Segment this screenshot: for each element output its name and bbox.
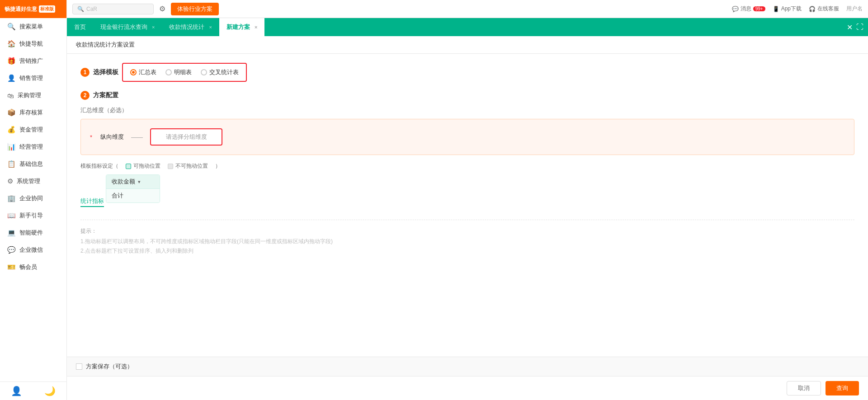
dimension-row-label: 纵向维度 bbox=[100, 133, 124, 141]
required-star: * bbox=[90, 134, 92, 141]
radio-detail-circle bbox=[165, 69, 172, 75]
metrics-title: 统计指标 bbox=[80, 197, 104, 207]
chevron-down-icon: ▾ bbox=[138, 179, 141, 185]
industry-plan-button[interactable]: 体验行业方案 bbox=[171, 3, 219, 15]
member-icon: 🎫 bbox=[7, 263, 16, 271]
sidebar-item-label: 企业微信 bbox=[19, 246, 43, 254]
sidebar-item-label: 资金管理 bbox=[19, 126, 43, 134]
sidebar-item-operation[interactable]: 📊 经营管理 bbox=[0, 138, 66, 155]
window-close-icon[interactable]: ✕ bbox=[847, 23, 853, 32]
guide-icon: 📖 bbox=[7, 212, 16, 220]
sidebar-item-label: 库存核算 bbox=[19, 108, 43, 117]
fixed-legend: 不可拖动位置 bbox=[168, 162, 208, 170]
step1-num: 1 bbox=[80, 68, 90, 77]
sidebar-item-hardware[interactable]: 💻 智能硬件 bbox=[0, 224, 66, 241]
tab-collection-stats[interactable]: 收款情况统计 × bbox=[162, 18, 219, 36]
fixed-legend-dot bbox=[168, 164, 173, 169]
tab-home[interactable]: 首页 bbox=[67, 18, 93, 36]
sidebar-item-inventory[interactable]: 📦 库存核算 bbox=[0, 104, 66, 121]
sidebar-item-sales[interactable]: 👤 销售管理 bbox=[0, 70, 66, 87]
sidebar-item-quick-nav[interactable]: 🏠 快捷导航 bbox=[0, 35, 66, 52]
sidebar-item-finance[interactable]: 💰 资金管理 bbox=[0, 121, 66, 138]
download-label: App下载 bbox=[781, 5, 802, 13]
window-expand-icon[interactable]: ⛶ bbox=[856, 23, 863, 31]
quick-nav-icon: 🏠 bbox=[7, 40, 16, 48]
tips-item-2: 2.点击标题栏下拉可设置排序、插入列和删除列 bbox=[80, 247, 854, 255]
draggable-legend-label: 可拖动位置 bbox=[133, 162, 160, 170]
settings-icon[interactable]: ⚙ bbox=[159, 5, 165, 13]
inventory-icon: 📦 bbox=[7, 108, 16, 117]
step1-header: 1 选择模板 汇总表 明细表 交叉统计表 bbox=[80, 63, 854, 82]
dimension-section-label: 汇总维度（必选） bbox=[80, 106, 854, 114]
sidebar-item-search-menu[interactable]: 🔍 搜索菜单 bbox=[0, 18, 66, 35]
template-selection-box: 汇总表 明细表 交叉统计表 bbox=[122, 63, 247, 82]
save-checkbox[interactable] bbox=[76, 363, 82, 370]
weixin-icon: 💬 bbox=[7, 246, 16, 254]
arrow-icon: —— bbox=[131, 134, 143, 141]
radio-cross[interactable]: 交叉统计表 bbox=[201, 68, 239, 76]
metrics-column-sub: 合计 bbox=[106, 189, 160, 202]
query-button[interactable]: 查询 bbox=[826, 381, 859, 395]
message-button[interactable]: 💬 消息 99+ bbox=[732, 5, 765, 13]
topbar-right: 💬 消息 99+ 📱 App下载 🎧 在线客服 用户名 bbox=[732, 5, 863, 13]
logo-text: 畅捷通好生意 bbox=[5, 5, 37, 13]
sidebar-item-weixin[interactable]: 💬 企业微信 bbox=[0, 241, 66, 259]
topbar: 🔍 CaR ⚙ 体验行业方案 💬 消息 99+ 📱 App下载 🎧 在线客服 用… bbox=[67, 0, 868, 18]
sidebar-item-system[interactable]: ⚙ 系统管理 bbox=[0, 173, 66, 190]
sidebar-bottom-icon-2[interactable]: 🌙 bbox=[44, 386, 56, 396]
sidebar-bottom: 👤 🌙 bbox=[0, 381, 66, 400]
topbar-search-text: CaR bbox=[86, 6, 97, 12]
sidebar-item-label: 智能硬件 bbox=[19, 229, 43, 237]
metrics-column-header[interactable]: 收款金额 ▾ bbox=[106, 175, 160, 189]
sidebar-item-marketing[interactable]: 🎁 营销推广 bbox=[0, 52, 66, 70]
tab-new-plan-close[interactable]: × bbox=[255, 24, 257, 30]
step1-section: 1 选择模板 汇总表 明细表 交叉统计表 bbox=[80, 63, 854, 82]
tab-collection-stats-label: 收款情况统计 bbox=[169, 23, 204, 31]
sidebar-bottom-icon-1[interactable]: 👤 bbox=[11, 386, 22, 396]
online-service-button[interactable]: 🎧 在线客服 bbox=[809, 5, 839, 13]
service-icon: 🎧 bbox=[809, 6, 816, 12]
radio-detail-label: 明细表 bbox=[174, 68, 192, 76]
username-text: 用户名 bbox=[846, 5, 863, 13]
sidebar-item-enterprise[interactable]: 🏢 企业协同 bbox=[0, 190, 66, 207]
sidebar-item-basic-info[interactable]: 📋 基础信息 bbox=[0, 155, 66, 173]
tab-bank-flow-close[interactable]: × bbox=[152, 24, 155, 30]
sidebar-logo: 畅捷通好生意 标准版 bbox=[0, 0, 66, 18]
sidebar-item-member[interactable]: 🎫 畅会员 bbox=[0, 259, 66, 276]
metrics-column-name: 收款金额 bbox=[112, 178, 135, 186]
app-download-button[interactable]: 📱 App下载 bbox=[773, 5, 802, 13]
hardware-icon: 💻 bbox=[7, 229, 16, 237]
draggable-legend: 可拖动位置 bbox=[126, 162, 160, 170]
tab-new-plan[interactable]: 新建方案 × bbox=[219, 18, 264, 36]
message-badge: 99+ bbox=[753, 6, 765, 11]
tab-bank-flow-label: 现金银行流水查询 bbox=[100, 23, 147, 31]
dimension-config: 汇总维度（必选） * 纵向维度 —— 请选择分组维度 模板指标设定（ 可拖动位置 bbox=[80, 106, 854, 211]
search-menu-icon: 🔍 bbox=[7, 23, 16, 31]
tab-bank-flow[interactable]: 现金银行流水查询 × bbox=[93, 18, 162, 36]
sidebar-item-label: 畅会员 bbox=[19, 263, 37, 271]
metrics-header-text: 模板指标设定（ bbox=[80, 162, 118, 170]
sales-icon: 👤 bbox=[7, 74, 16, 82]
sidebar-item-label: 新手引导 bbox=[19, 212, 43, 220]
dimension-area: * 纵向维度 —— 请选择分组维度 bbox=[80, 119, 854, 155]
sidebar-item-guide[interactable]: 📖 新手引导 bbox=[0, 207, 66, 224]
tips-title: 提示： bbox=[80, 227, 854, 235]
footer-section: 方案保存（可选） bbox=[67, 357, 868, 376]
metrics-header-close: ） bbox=[215, 162, 221, 170]
radio-cross-circle bbox=[201, 69, 207, 75]
cancel-button[interactable]: 取消 bbox=[787, 381, 821, 395]
sidebar-item-label: 营销推广 bbox=[19, 57, 43, 65]
radio-summary[interactable]: 汇总表 bbox=[130, 68, 156, 76]
tab-home-label: 首页 bbox=[74, 23, 86, 31]
system-icon: ⚙ bbox=[7, 177, 13, 185]
page-content: 收款情况统计方案设置 1 选择模板 汇总表 明细表 bbox=[67, 36, 868, 400]
sidebar: 畅捷通好生意 标准版 🔍 搜索菜单 🏠 快捷导航 🎁 营销推广 👤 销售管理 🛍… bbox=[0, 0, 67, 400]
tabbar-right-controls: ✕ ⛶ bbox=[847, 23, 868, 32]
logo-badge: 标准版 bbox=[39, 5, 55, 13]
tab-collection-stats-close[interactable]: × bbox=[209, 24, 212, 30]
dimension-select[interactable]: 请选择分组维度 bbox=[150, 128, 222, 146]
radio-summary-circle bbox=[130, 69, 137, 75]
radio-detail[interactable]: 明细表 bbox=[165, 68, 192, 76]
sidebar-item-purchase[interactable]: 🛍 采购管理 bbox=[0, 87, 66, 104]
tips-section: 提示： 1.拖动标题栏可以调整布局，不可跨维度或指标区域拖动栏目字段(只能在同一… bbox=[80, 220, 854, 255]
